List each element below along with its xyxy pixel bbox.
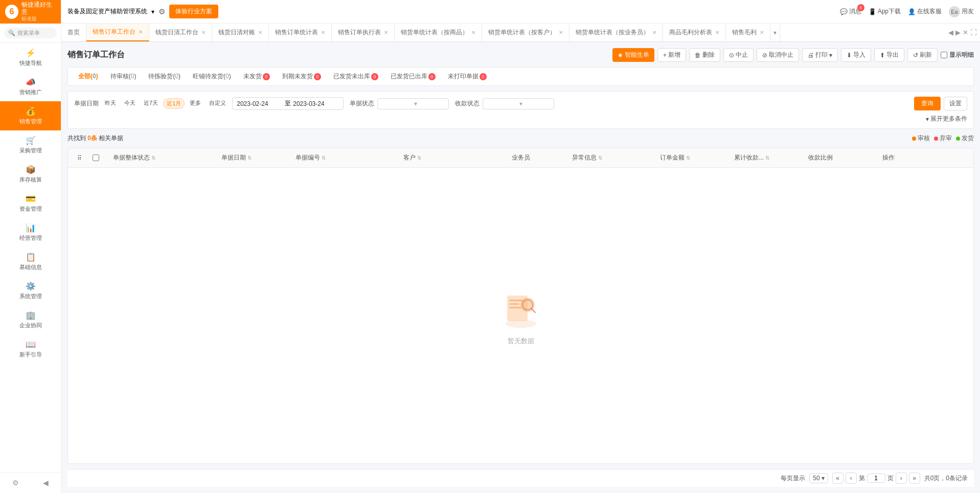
tab-close-icon[interactable]: ✕ (760, 30, 764, 35)
tab-sales-summary-staff[interactable]: 销货单统计表（按业务员） ✕ (569, 24, 663, 41)
sidebar-item-finance[interactable]: 💳 资金管理 (0, 189, 61, 218)
stop-btn[interactable]: ⊙ 中止 (723, 48, 754, 62)
delete-btn[interactable]: 🗑 删除 (689, 48, 720, 62)
sidebar-item-guide[interactable]: 📖 新手引导 (0, 334, 61, 364)
payment-select[interactable]: ▾ (483, 98, 554, 109)
sidebar-item-basic[interactable]: 📋 基础信息 (0, 247, 61, 276)
batch-audit-btn[interactable]: 审核 (912, 134, 930, 143)
tab-sales-summary-prod[interactable]: 销货单统计表（按商品） ✕ (395, 24, 482, 41)
shortcut-more[interactable]: 更多 (187, 98, 204, 109)
th-exception[interactable]: 异常信息 ⇅ (569, 153, 657, 162)
tab-sales-summary-cust[interactable]: 销货单统计表（按客户） ✕ (482, 24, 569, 41)
status-select[interactable]: ▾ (377, 98, 449, 109)
tab-close-icon[interactable]: ✕ (139, 29, 143, 35)
app-download-btn[interactable]: 📱 App下载 (869, 7, 901, 16)
sidebar-item-system[interactable]: ⚙️ 系统管理 (0, 276, 61, 305)
filter-settings-btn[interactable]: 设置 (944, 97, 967, 110)
solution-button[interactable]: 体验行业方案 (169, 5, 218, 18)
tab-close-icon[interactable]: ✕ (201, 30, 206, 35)
shortcut-yesterday[interactable]: 昨天 (102, 98, 119, 109)
tab-prev-icon[interactable]: ◀ (948, 29, 953, 36)
sidebar-settings-btn[interactable]: ⚙ (10, 477, 21, 489)
last-page-btn[interactable]: » (909, 473, 920, 484)
th-checkbox[interactable] (89, 154, 110, 161)
shortcut-7days[interactable]: 近7天 (141, 98, 161, 109)
add-order-btn[interactable]: + 新增 (657, 48, 686, 62)
print-btn[interactable]: 🖨 打印 ▾ (802, 48, 838, 62)
filter-tab-overdue[interactable]: 到期未发货0 (277, 71, 326, 82)
filter-tab-all[interactable]: 全部(0) (73, 71, 103, 82)
sidebar-item-corp[interactable]: 🏢 企业协同 (0, 305, 61, 334)
th-amount[interactable]: 订单金额 ⇅ (657, 153, 731, 162)
th-date[interactable]: 单据日期 ⇅ (218, 153, 292, 162)
sidebar-item-operation[interactable]: 📊 经营管理 (0, 218, 61, 247)
first-page-btn[interactable]: « (832, 473, 844, 484)
filter-tab-wangpu[interactable]: 旺铺待发货(0) (188, 71, 236, 82)
filter-tab-pending[interactable]: 待审核(0) (105, 71, 142, 82)
batch-cancel-audit-btn[interactable]: 弃审 (934, 134, 952, 143)
tab-close-icon[interactable]: ✕ (559, 30, 563, 35)
filter-tab-shipped-no-out[interactable]: 已发货未出库0 (328, 71, 383, 82)
tab-close-icon[interactable]: ✕ (652, 30, 656, 35)
date-end-input[interactable] (293, 100, 339, 107)
tab-home[interactable]: 首页 (61, 24, 86, 41)
tab-sales-more[interactable]: 销售毛利 ✕ (726, 24, 770, 41)
tab-sales-stat[interactable]: 销售订单统计表 ✕ (269, 24, 332, 41)
show-detail-label[interactable]: 显示明细 (941, 51, 974, 59)
topbar-settings-btn[interactable]: ⚙ (158, 7, 165, 16)
tab-close-icon[interactable]: ✕ (471, 30, 475, 35)
export-btn[interactable]: ⬆ 导出 (874, 48, 904, 62)
refresh-btn[interactable]: ↺ 刷新 (907, 48, 938, 62)
sidebar-item-sales[interactable]: 💰 销售管理 (0, 101, 61, 130)
tab-close-icon[interactable]: ✕ (715, 30, 719, 35)
filter-tab-unshipped[interactable]: 未发货0 (238, 71, 275, 82)
sidebar-item-quick[interactable]: ⚡ 快捷导航 (0, 43, 61, 72)
sidebar-item-label: 新手引导 (19, 351, 42, 358)
select-all-checkbox[interactable] (93, 154, 99, 161)
batch-ship-btn[interactable]: 发货 (956, 134, 974, 143)
tab-cash-reconcile[interactable]: 钱货日清对账 ✕ (212, 24, 269, 41)
user-menu-btn[interactable]: Ea 用友 (949, 6, 974, 17)
filter-tab-pending-ship[interactable]: 待拣验货(0) (143, 71, 186, 82)
logo-text: 畅捷通好生意 (21, 1, 56, 16)
tab-close-icon[interactable]: ✕ (384, 30, 388, 35)
date-start-input[interactable] (237, 100, 283, 107)
sidebar-item-purchase[interactable]: 🛒 采购管理 (0, 130, 61, 160)
tab-close-icon[interactable]: ✕ (321, 30, 325, 35)
tab-sales-exec[interactable]: 销售订单执行表 ✕ (332, 24, 395, 41)
th-no[interactable]: 单据编号 ⇅ (292, 153, 401, 162)
shortcut-custom[interactable]: 自定义 (206, 98, 229, 109)
th-customer[interactable]: 客户 ⇅ (400, 153, 509, 162)
sidebar-item-stock[interactable]: 📦 库存核算 (0, 160, 61, 189)
th-collected[interactable]: 累计收款... ⇅ (731, 153, 805, 162)
sidebar-collapse-btn[interactable]: ◀ (41, 477, 51, 489)
prev-page-btn[interactable]: ‹ (846, 473, 857, 484)
shortcut-today[interactable]: 今天 (121, 98, 139, 109)
th-status[interactable]: 单据整体状态 ⇅ (110, 153, 218, 162)
expand-filters-btn[interactable]: ▾ 展开更多条件 (926, 115, 967, 123)
tab-more-btn[interactable]: ▾ (770, 24, 780, 41)
messages-btn[interactable]: 💬 消息 6 (840, 7, 861, 16)
tab-fullscreen-icon[interactable]: ⛶ (970, 29, 977, 36)
page-number-input[interactable] (867, 474, 885, 483)
search-btn[interactable]: 查询 (914, 97, 941, 110)
tab-margin[interactable]: 商品毛利分析表 ✕ (663, 24, 726, 41)
tab-sales-order-workbench[interactable]: 销售订单工作台 ✕ (86, 24, 149, 41)
filter-tab-unprinted[interactable]: 未打印单据0 (443, 71, 492, 82)
sidebar-search-box[interactable]: 🔍 搜索菜单 (4, 28, 57, 38)
th-staff[interactable]: 业务员 (509, 153, 569, 162)
shortcut-1month[interactable]: 近1月 (163, 98, 185, 109)
smart-order-btn[interactable]: ★ 智能生单 (612, 48, 654, 62)
tab-next-icon[interactable]: ▶ (955, 29, 961, 36)
next-page-btn[interactable]: › (896, 473, 907, 484)
tab-cash-daily[interactable]: 钱货日清工作台 ✕ (149, 24, 212, 41)
cancel-stop-btn[interactable]: ⊘ 取消中止 (757, 48, 799, 62)
sidebar-item-marketing[interactable]: 📣 营销推广 (0, 72, 61, 101)
import-btn[interactable]: ⬇ 导入 (841, 48, 871, 62)
per-page-select[interactable]: 50 ▾ (809, 473, 828, 483)
tab-close-icon[interactable]: ✕ (258, 30, 262, 35)
filter-tab-shipped-out[interactable]: 已发货已出库0 (385, 71, 441, 82)
online-service-btn[interactable]: 👤 在线客服 (908, 7, 942, 16)
show-detail-checkbox[interactable] (941, 52, 947, 58)
tab-close-all-icon[interactable]: ✕ (963, 29, 968, 36)
